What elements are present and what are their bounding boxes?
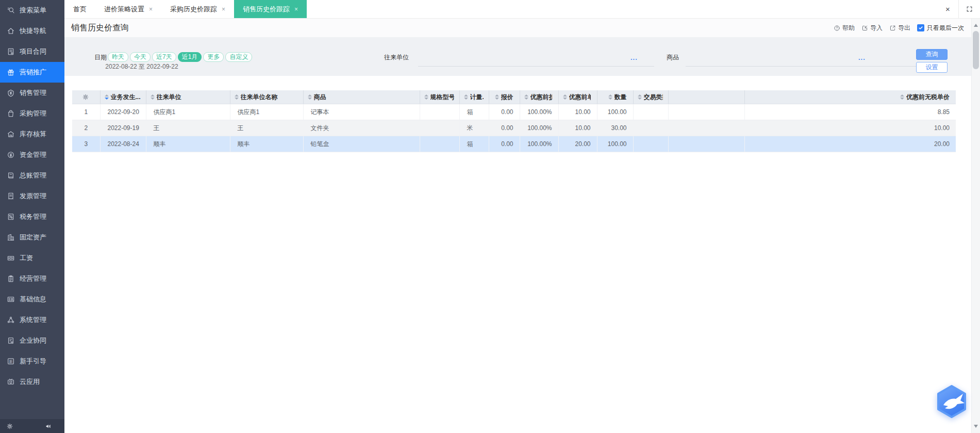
column-label: 业务发生... [111,93,141,102]
operation-icon [7,275,15,283]
partner-picker-dots[interactable]: ... [630,54,638,61]
cell-trade_type [633,136,668,152]
column-label: 优惠前单... [569,93,591,102]
table-row[interactable]: 32022-08-24顺丰顺丰铅笔盒箱0.00100.00%20.00100.0… [72,136,956,152]
import-button[interactable]: 导入 [861,24,883,33]
cell-pre_tax_unit_price: 10.00 [744,120,956,136]
sidebar-item-search[interactable]: 搜索菜单 [0,0,64,21]
table-row[interactable]: 12022-09-20供应商1供应商1记事本箱0.00100.00%10.001… [72,104,956,120]
partner-input[interactable] [418,53,654,67]
product-picker-dots[interactable]: ... [858,54,866,61]
query-button[interactable]: 查询 [916,49,948,60]
sidebar-item-fixed-assets[interactable]: 固定资产 [0,227,64,248]
column-header-date[interactable]: 业务发生... [100,90,146,104]
tab-close-icon[interactable]: × [294,6,298,12]
assistant-bird-icon[interactable] [935,384,969,419]
sidebar-item-promotion[interactable]: 营销推广 [0,62,64,83]
sidebar-item-newbie[interactable]: 新新手引导 [0,351,64,372]
cell-product: 铅笔盒 [303,136,420,152]
column-header-partner[interactable]: 往来单位 [146,90,230,104]
cell-pre_unit_price: 20.00 [558,136,597,152]
column-label: 往来单位 [157,93,181,102]
page-title: 销售历史价查询 [71,23,129,34]
only-last-checkbox[interactable]: 只看最后一次 [917,24,964,33]
sidebar-item-salary[interactable]: 工资 [0,248,64,268]
column-header-trade_type[interactable]: 交易类型 [633,90,668,104]
date-pill-自定义[interactable]: 自定义 [225,52,252,62]
column-header-qty[interactable]: 数量 [597,90,633,104]
sidebar-item-funds[interactable]: 资金管理 [0,145,64,165]
sidebar-item-inventory[interactable]: 库存核算 [0,124,64,145]
sidebar-item-operation[interactable]: 经营管理 [0,268,64,289]
table-row[interactable]: 22022-09-19王王文件夹米0.00100.00%10.0030.0010… [72,120,956,136]
sort-arrows-icon [235,94,239,100]
date-pill-昨天[interactable]: 昨天 [108,52,128,62]
sidebar-item-base-info[interactable]: 基础信息 [0,289,64,310]
sidebar-item-invoice[interactable]: 发票管理 [0,186,64,206]
scroll-down-icon[interactable] [972,423,980,430]
sort-arrows-icon [464,94,468,100]
settings-button[interactable]: 设置 [916,62,948,73]
fullscreen-icon[interactable] [958,0,980,18]
cell-pre_tax_unit_price: 20.00 [744,136,956,152]
sidebar-item-label: 税务管理 [20,212,46,221]
sidebar-item-system[interactable]: 系统管理 [0,310,64,330]
column-header-pre_tax_unit_price[interactable]: 优惠前无税单价 [744,90,956,104]
sidebar-item-collaboration[interactable]: 企业协同 [0,330,64,351]
date-pill-今天[interactable]: 今天 [130,52,151,62]
cell-spacer [668,136,744,152]
scroll-up-icon[interactable] [972,22,980,29]
column-header-unit[interactable]: 计量... [459,90,489,104]
sidebar-item-tax[interactable]: 税务管理 [0,206,64,227]
sidebar-item-purchase[interactable]: 采购管理 [0,103,64,124]
close-window-icon[interactable]: × [937,0,958,18]
cell-partner: 供应商1 [146,104,230,120]
sidebar-item-label: 工资 [20,253,33,263]
export-button[interactable]: 导出 [889,24,910,33]
settings-gear-icon[interactable] [6,423,13,430]
column-header-pre_discount[interactable]: 优惠前折... [520,90,558,104]
cell-date: 2022-09-19 [100,120,146,136]
sidebar-item-label: 快捷导航 [20,26,46,36]
cell-unit: 箱 [459,104,489,120]
sidebar-item-label: 采购管理 [20,109,46,118]
column-label: 往来单位名称 [241,93,278,102]
product-input[interactable] [686,53,917,67]
sidebar-item-home[interactable]: 快捷导航 [0,21,64,41]
tab-label: 销售历史价跟踪 [243,5,290,14]
date-pill-近1月[interactable]: 近1月 [178,52,202,62]
column-header-spacer[interactable] [668,90,744,104]
newbie-icon: 新 [7,357,15,365]
tab-销售历史价跟踪[interactable]: 销售历史价跟踪× [234,0,307,18]
scrollbar-thumb[interactable] [973,31,979,69]
cell-quote: 0.00 [489,104,520,120]
vertical-scrollbar[interactable] [971,19,980,433]
column-header-partner_name[interactable]: 往来单位名称 [230,90,303,104]
column-header-quote[interactable]: 报价 [489,90,520,104]
table-settings-gear[interactable] [72,90,100,104]
tab-进价策略设置[interactable]: 进价策略设置× [95,0,161,18]
cell-pre_unit_price: 10.00 [558,104,597,120]
sidebar-item-sales[interactable]: 销售管理 [0,83,64,103]
tab-close-icon[interactable]: × [149,6,153,12]
sidebar-item-label: 项目合同 [20,47,46,56]
sort-arrows-icon [308,94,312,100]
tab-首页[interactable]: 首页 [64,0,95,18]
date-filter-label: 日期 [94,53,107,62]
sidebar-item-ledger[interactable]: 总账管理 [0,165,64,186]
column-header-pre_unit_price[interactable]: 优惠前单... [558,90,597,104]
tab-采购历史价跟踪[interactable]: 采购历史价跟踪× [161,0,234,18]
speaker-icon[interactable] [45,423,52,430]
column-header-product[interactable]: 商品 [303,90,420,104]
tab-close-icon[interactable]: × [222,6,225,12]
sort-arrows-icon [900,94,904,100]
help-button[interactable]: 帮助 [834,24,855,33]
cell-product: 文件夹 [303,120,420,136]
sidebar-item-contract[interactable]: 项目合同 [0,41,64,62]
main-content: 日期 昨天今天近7天近1月更多自定义 2022-08-22 至 2022-09-… [64,37,971,433]
date-pill-更多[interactable]: 更多 [203,52,224,62]
sidebar-item-cloud-app[interactable]: 云应用 [0,372,64,392]
date-pill-近7天[interactable]: 近7天 [152,52,176,62]
column-header-spec[interactable]: 规格型号 [420,90,459,104]
gear-icon [82,93,89,101]
